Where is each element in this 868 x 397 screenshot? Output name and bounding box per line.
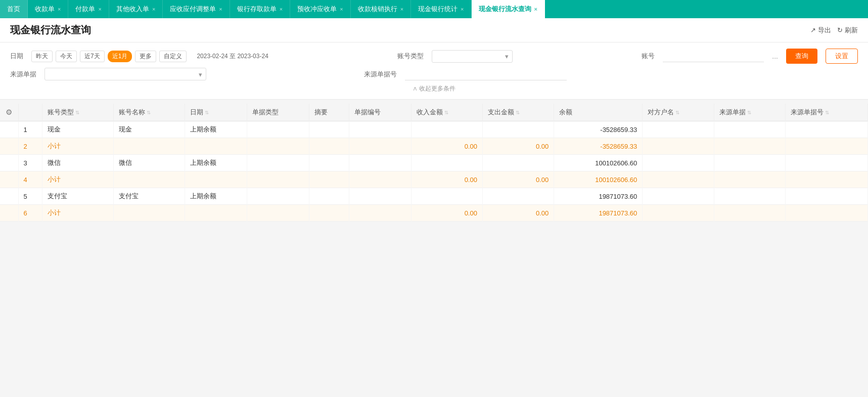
date-range: 2023-02-24 至 2023-03-24: [197, 52, 268, 61]
close-icon[interactable]: ×: [534, 6, 537, 12]
col-balance-cell: 100102606.60: [554, 171, 643, 188]
close-icon[interactable]: ×: [152, 6, 155, 12]
date-btn-more[interactable]: 更多: [135, 51, 156, 62]
date-btn-7days[interactable]: 近7天: [80, 51, 105, 62]
col-idx-cell: 4: [18, 171, 42, 188]
sort-icon: ⇅: [825, 110, 829, 115]
col-voucher-type: 单据类型: [247, 104, 309, 121]
close-icon[interactable]: ×: [400, 6, 403, 12]
col-balance-cell: 19871073.60: [554, 188, 643, 205]
col-account-type-cell: 小计: [42, 171, 113, 188]
col-account-name[interactable]: 账号名称⇅: [114, 104, 185, 121]
table-row: 4小计0.000.00100102606.60: [0, 171, 868, 188]
close-icon[interactable]: ×: [98, 6, 101, 12]
nav-adjustment[interactable]: 应收应付调整单×: [163, 0, 230, 18]
col-counterpart-cell: [643, 121, 714, 138]
table-row: 5支付宝支付宝上期余额19871073.60: [0, 188, 868, 205]
col-gear-cell: [0, 121, 18, 138]
col-account-type-cell: 小计: [42, 205, 113, 222]
nav-payment[interactable]: 付款单×: [68, 0, 109, 18]
col-account-name-cell: [114, 171, 185, 188]
collapse-more-conditions[interactable]: ∧ 收起更多条件: [10, 83, 858, 94]
close-icon[interactable]: ×: [340, 6, 343, 12]
col-balance-cell: -3528659.33: [554, 138, 643, 155]
nav-cash-flow[interactable]: 现金银行流水查询×: [472, 0, 545, 18]
sort-icon: ⇅: [444, 110, 448, 115]
query-button[interactable]: 查询: [786, 49, 817, 64]
source-voucher-select[interactable]: [44, 68, 206, 80]
col-balance-cell: 100102606.60: [554, 155, 643, 171]
nav-prepay[interactable]: 预收冲应收单×: [290, 0, 350, 18]
close-icon[interactable]: ×: [280, 6, 283, 12]
col-source-voucher[interactable]: 来源单据⇅: [714, 104, 785, 121]
col-account-type-cell: 支付宝: [42, 188, 113, 205]
col-source-voucher-no-cell: [785, 171, 867, 188]
col-income[interactable]: 收入金额⇅: [411, 104, 482, 121]
col-account-type-cell: 小计: [42, 138, 113, 155]
table-row: 1现金现金上期余额-3528659.33: [0, 121, 868, 138]
col-counterpart[interactable]: 对方户名⇅: [643, 104, 714, 121]
col-balance: 余额: [554, 104, 643, 121]
col-voucher-no-cell: [349, 171, 411, 188]
data-table: ⚙ 账号类型⇅ 账号名称⇅ 日期⇅ 单据类型 摘要 单据编号 收入金额⇅ 支出金…: [0, 104, 868, 222]
col-summary-cell: [309, 155, 349, 171]
col-income-cell: 0.00: [411, 205, 482, 222]
date-btn-today[interactable]: 今天: [56, 51, 77, 62]
date-btn-1month[interactable]: 近1月: [108, 51, 132, 62]
col-idx-cell: 2: [18, 138, 42, 155]
col-summary-cell: [309, 171, 349, 188]
close-icon[interactable]: ×: [219, 6, 222, 12]
nav-home[interactable]: 首页: [0, 0, 28, 18]
col-voucher-no-cell: [349, 188, 411, 205]
col-source-voucher-no[interactable]: 来源单据号⇅: [785, 104, 867, 121]
col-gear[interactable]: ⚙: [0, 104, 18, 121]
nav-cash-stat[interactable]: 现金银行统计×: [411, 0, 471, 18]
col-summary-cell: [309, 138, 349, 155]
col-expense[interactable]: 支出金额⇅: [482, 104, 554, 121]
export-button[interactable]: ↗ 导出: [810, 26, 831, 35]
col-expense-cell: 0.00: [482, 138, 554, 155]
refresh-button[interactable]: ↻ 刷新: [837, 26, 858, 35]
date-btn-custom[interactable]: 自定义: [159, 51, 187, 62]
col-account-name-cell: [114, 205, 185, 222]
close-icon[interactable]: ×: [461, 6, 464, 12]
col-voucher-no-cell: [349, 205, 411, 222]
col-voucher-type-cell: [247, 138, 309, 155]
col-income-cell: [411, 188, 482, 205]
sort-icon: ⇅: [147, 110, 151, 115]
refresh-icon: ↻: [837, 26, 843, 34]
col-date-cell: 上期余额: [185, 121, 247, 138]
gear-icon[interactable]: ⚙: [6, 108, 12, 116]
col-expense-cell: [482, 121, 554, 138]
col-source-voucher-no-cell: [785, 205, 867, 222]
sort-icon: ⇅: [205, 110, 209, 115]
filter-row-date: 日期 昨天 今天 近7天 近1月 更多 自定义 2023-02-24 至 202…: [10, 49, 858, 64]
filter-row-source: 来源单据 来源单据号: [10, 68, 858, 80]
col-date[interactable]: 日期⇅: [185, 104, 247, 121]
close-icon[interactable]: ×: [58, 6, 61, 12]
account-more-button[interactable]: ...: [772, 52, 778, 60]
col-expense-cell: [482, 188, 554, 205]
setting-button[interactable]: 设置: [826, 49, 858, 64]
account-type-select[interactable]: [432, 50, 513, 63]
col-counterpart-cell: [643, 188, 714, 205]
col-account-type[interactable]: 账号类型⇅: [42, 104, 113, 121]
col-summary-cell: [309, 188, 349, 205]
source-voucher-no-input[interactable]: [405, 68, 567, 80]
col-expense-cell: 0.00: [482, 171, 554, 188]
account-input[interactable]: [663, 50, 764, 62]
col-idx: [18, 104, 42, 121]
col-voucher-no-cell: [349, 155, 411, 171]
date-btn-yesterday[interactable]: 昨天: [31, 51, 53, 62]
table-header-row: ⚙ 账号类型⇅ 账号名称⇅ 日期⇅ 单据类型 摘要 单据编号 收入金额⇅ 支出金…: [0, 104, 868, 121]
nav-receipt[interactable]: 收款单×: [28, 0, 68, 18]
nav-other-income[interactable]: 其他收入单×: [109, 0, 163, 18]
col-source-voucher-no-cell: [785, 138, 867, 155]
col-balance-cell: -3528659.33: [554, 121, 643, 138]
nav-bank-deposit[interactable]: 银行存取款单×: [230, 0, 290, 18]
top-nav: 首页 收款单× 付款单× 其他收入单× 应收应付调整单× 银行存取款单× 预收冲…: [0, 0, 868, 18]
source-voucher-no-label: 来源单据号: [364, 70, 397, 79]
col-source-voucher-cell: [714, 171, 785, 188]
nav-collect-exec[interactable]: 收款核销执行×: [351, 0, 411, 18]
col-account-type-cell: 微信: [42, 155, 113, 171]
